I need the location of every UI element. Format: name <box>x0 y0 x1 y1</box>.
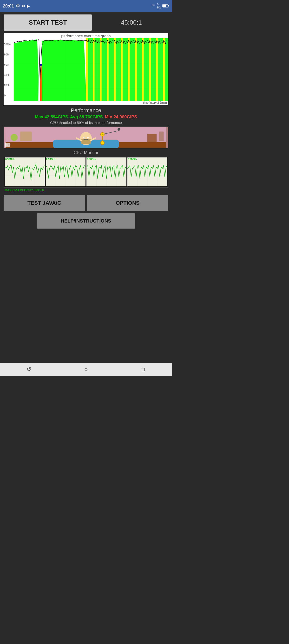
svg-rect-64 <box>159 132 164 141</box>
performance-graph-container: performance over time graph 0 20% 40% 60… <box>3 33 168 105</box>
status-right: 0B/s <box>151 3 169 9</box>
settings-icon: ⚙ <box>16 4 20 9</box>
svg-rect-2 <box>163 4 166 7</box>
throttle-text: CPU throttled to 59% of its max performa… <box>3 120 168 125</box>
svg-rect-34 <box>100 38 102 101</box>
start-test-button[interactable]: START TEST <box>3 14 92 30</box>
ad-banner[interactable]: 0+ <box>3 126 168 148</box>
svg-marker-18 <box>42 40 86 101</box>
timer-display: 45:00:1 <box>94 19 168 26</box>
stat-max: Max 42,594GIPS <box>35 114 68 120</box>
y-label-20: 20% <box>3 84 14 86</box>
y-label-100: 100% <box>3 43 14 46</box>
test-java-c-button[interactable]: TEST JAVA/C <box>3 195 85 211</box>
svg-rect-37 <box>121 38 123 101</box>
svg-rect-62 <box>10 134 17 141</box>
home-button[interactable]: ○ <box>79 364 93 375</box>
svg-rect-42 <box>156 38 158 101</box>
svg-rect-31 <box>86 38 168 101</box>
cpu-graph-2: 0.98GHz <box>46 158 86 186</box>
performance-title: Performance <box>3 107 168 114</box>
cpu-freq-4: 0.98GHz <box>128 158 137 160</box>
graph-time-label: time(interval 5min) <box>143 101 167 104</box>
play-icon: ▶ <box>27 4 30 8</box>
stat-min: Min 24,960GIPS <box>105 114 137 120</box>
svg-rect-33 <box>93 38 95 101</box>
back-button[interactable]: ↺ <box>22 364 36 375</box>
svg-point-59 <box>118 128 120 131</box>
cpu-graph-4: 0.98GHz <box>127 158 167 186</box>
svg-rect-43 <box>163 38 165 101</box>
cpu-graphs-grid: 0.98GHz 0.98GHz <box>3 156 168 188</box>
svg-rect-41 <box>149 38 151 101</box>
status-bar: 20:01 ⚙ ✉ ▶ 0B/s <box>0 0 172 12</box>
email-icon: ✉ <box>22 4 25 8</box>
svg-marker-14 <box>14 39 39 101</box>
svg-rect-63 <box>147 134 157 142</box>
y-label-0: 0 <box>3 94 14 97</box>
svg-rect-36 <box>114 38 116 101</box>
cpu-graph-1: 0.98GHz <box>5 158 45 186</box>
cpu-monitor-title: CPU Monitor <box>3 150 168 155</box>
max-cpu-clock: MAX CPU CLOCK:1.80GHz <box>3 188 168 193</box>
bottom-buttons: TEST JAVA/C OPTIONS <box>3 195 168 211</box>
ad-banner-inner: 0+ <box>4 127 168 148</box>
status-time: 20:01 <box>3 4 14 9</box>
svg-rect-49 <box>81 139 91 144</box>
y-label-40: 40% <box>3 74 14 76</box>
ad-rating-badge: 0+ <box>5 143 10 147</box>
performance-stats: Max 42,594GIPS Avg 38,760GIPS Min 24,960… <box>3 114 168 120</box>
svg-rect-39 <box>135 38 137 101</box>
help-instructions-button[interactable]: HELP/INSTRUCTIONS <box>37 214 135 228</box>
options-button[interactable]: OPTIONS <box>87 195 168 211</box>
cpu-freq-1: 0.98GHz <box>5 158 15 160</box>
main-content: START TEST 45:00:1 performance over time… <box>0 12 172 363</box>
cpu-monitor-section: CPU Monitor 0.98GHz <box>3 150 168 193</box>
graph-title: performance over time graph <box>3 34 168 38</box>
battery-icon <box>162 4 169 8</box>
graph-canvas <box>14 38 168 101</box>
stat-avg: Avg 38,760GIPS <box>70 114 103 120</box>
svg-point-54 <box>84 138 85 138</box>
status-left: 20:01 ⚙ ✉ ▶ <box>3 4 30 9</box>
top-row: START TEST 45:00:1 <box>3 14 168 30</box>
svg-rect-61 <box>20 132 32 141</box>
cpu-graph-3: 0.98GHz <box>86 158 126 186</box>
svg-rect-35 <box>107 38 109 101</box>
svg-point-0 <box>153 6 154 7</box>
svg-rect-32 <box>86 38 88 101</box>
performance-svg <box>14 38 168 101</box>
cpu-freq-3: 0.98GHz <box>87 158 96 160</box>
wifi-icon <box>151 4 156 8</box>
svg-point-58 <box>101 141 104 145</box>
nav-bar: ↺ ○ ⊐ <box>0 363 172 376</box>
svg-rect-38 <box>128 38 130 101</box>
y-label-80: 80% <box>3 53 14 56</box>
cpu-freq-2: 0.98GHz <box>46 158 56 160</box>
performance-section: Performance Max 42,594GIPS Avg 38,760GIP… <box>3 107 168 125</box>
recents-button[interactable]: ⊐ <box>136 364 150 375</box>
y-label-60: 60% <box>3 63 14 66</box>
svg-rect-40 <box>142 38 144 101</box>
speed-label: 0B/s <box>157 3 161 9</box>
svg-rect-3 <box>168 5 169 6</box>
graph-y-labels: 0 20% 40% 60% 80% 100% <box>3 39 14 100</box>
svg-point-55 <box>88 138 88 138</box>
